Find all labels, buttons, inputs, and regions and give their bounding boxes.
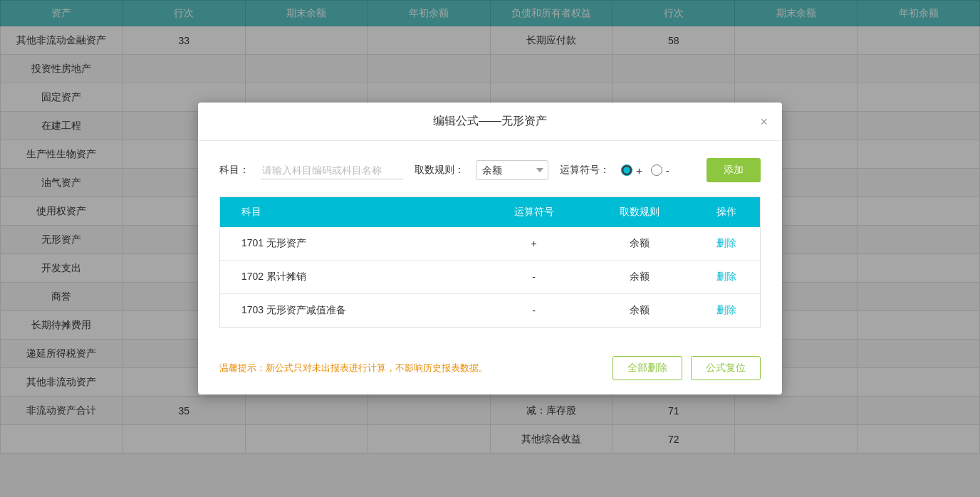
table-cell-rule: 余额 (587, 227, 693, 261)
table-row: 1703 无形资产减值准备-余额删除 (220, 294, 761, 328)
delete-row-link[interactable]: 删除 (716, 271, 736, 282)
table-cell-action: 删除 (693, 294, 761, 328)
table-col-header: 操作 (693, 197, 761, 228)
operator-minus-label: - (666, 164, 669, 177)
rule-select[interactable]: 余额 借方发生额 贷方发生额 (476, 160, 548, 180)
table-cell-subject: 1701 无形资产 (220, 227, 481, 261)
table-cell-operator: - (481, 261, 587, 294)
operator-minus-radio[interactable] (651, 164, 662, 176)
table-cell-action: 删除 (693, 227, 761, 261)
table-cell-rule: 余额 (587, 261, 693, 294)
delete-row-link[interactable]: 删除 (716, 237, 736, 248)
operator-plus-label: + (636, 164, 642, 177)
operator-plus-item[interactable]: + (621, 164, 642, 177)
delete-all-button[interactable]: 全部删除 (612, 356, 682, 380)
edit-formula-modal: 编辑公式——无形资产 × 科目： 取数规则： 余额 借方发生额 贷方发生额 运算… (198, 103, 782, 394)
table-cell-subject: 1703 无形资产减值准备 (220, 294, 481, 328)
modal-body: 科目： 取数规则： 余额 借方发生额 贷方发生额 运算符号： + - (198, 141, 782, 345)
formula-form-row: 科目： 取数规则： 余额 借方发生额 贷方发生额 运算符号： + - (219, 158, 761, 182)
rule-label: 取数规则： (415, 164, 464, 177)
modal-close-button[interactable]: × (757, 113, 771, 131)
table-cell-rule: 余额 (587, 294, 693, 328)
delete-row-link[interactable]: 删除 (716, 304, 736, 315)
reset-formula-button[interactable]: 公式复位 (691, 356, 761, 380)
table-cell-operator: - (481, 294, 587, 328)
footer-actions: 全部删除 公式复位 (612, 356, 761, 380)
table-col-header: 运算符号 (481, 197, 587, 228)
modal-footer: 温馨提示：新公式只对未出报表进行计算，不影响历史报表数据。 全部删除 公式复位 (198, 345, 782, 394)
modal-title: 编辑公式——无形资产 (433, 114, 547, 129)
table-body: 1701 无形资产+余额删除1702 累计摊销-余额删除1703 无形资产减值准… (220, 227, 761, 328)
subject-label: 科目： (219, 164, 249, 177)
operator-minus-item[interactable]: - (651, 164, 669, 177)
operator-label: 运算符号： (560, 164, 610, 177)
table-row: 1702 累计摊销-余额删除 (220, 261, 761, 294)
footer-tip: 温馨提示：新公式只对未出报表进行计算，不影响历史报表数据。 (219, 362, 488, 375)
operator-plus-radio[interactable] (621, 164, 632, 176)
table-row: 1701 无形资产+余额删除 (220, 227, 761, 261)
subject-input[interactable] (261, 162, 403, 179)
table-cell-action: 删除 (693, 261, 761, 294)
formula-table: 科目运算符号取数规则操作 1701 无形资产+余额删除1702 累计摊销-余额删… (219, 197, 761, 328)
table-cell-operator: + (481, 227, 587, 261)
add-button[interactable]: 添加 (707, 158, 761, 182)
table-col-header: 取数规则 (587, 197, 693, 228)
table-header: 科目运算符号取数规则操作 (220, 197, 761, 228)
table-cell-subject: 1702 累计摊销 (220, 261, 481, 294)
rule-select-wrapper: 余额 借方发生额 贷方发生额 (476, 160, 548, 180)
table-col-header: 科目 (220, 197, 481, 228)
operator-radio-group: + - (621, 164, 669, 177)
modal-header: 编辑公式——无形资产 × (198, 103, 782, 141)
